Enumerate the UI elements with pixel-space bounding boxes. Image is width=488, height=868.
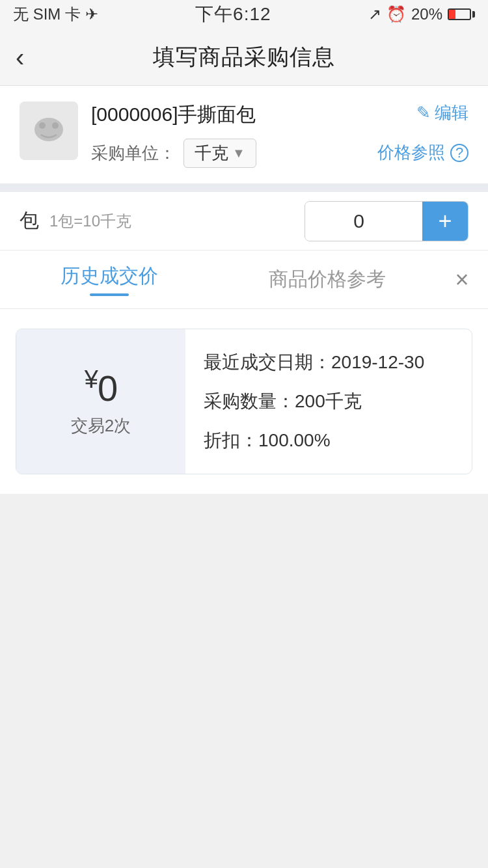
product-header: [0000006]手撕面包 采购单位： 千克 ▼ ✎ 编辑 价格参照 ?	[20, 102, 468, 168]
status-bar: 无 SIM 卡 ✈ 下午6:12 ↗ ⏰ 20%	[0, 0, 488, 29]
discount-value: 100.00%	[258, 430, 331, 450]
unit-value: 千克	[195, 142, 228, 165]
purchase-qty-label: 采购数量：	[204, 391, 295, 411]
product-info-row: [0000006]手撕面包 采购单位： 千克 ▼	[20, 102, 256, 168]
product-card: [0000006]手撕面包 采购单位： 千克 ▼ ✎ 编辑 价格参照 ?	[0, 86, 488, 184]
discount-label: 折扣：	[204, 430, 258, 450]
tab-price-ref[interactable]: 商品价格参考	[218, 251, 436, 308]
quantity-input[interactable]	[305, 202, 422, 241]
purchase-qty-value: 200千克	[295, 391, 362, 411]
product-image	[20, 102, 78, 160]
price-card: ¥0 交易2次 最近成交日期：2019-12-30 采购数量：200千克 折扣：…	[16, 329, 472, 474]
recent-date-label: 最近成交日期：	[204, 352, 331, 372]
svg-point-2	[52, 122, 59, 129]
price-ref-row: 价格参照 ?	[377, 141, 468, 164]
unit-dropdown[interactable]: 千克 ▼	[183, 139, 256, 168]
tab-price-ref-label: 商品价格参考	[269, 266, 386, 293]
edit-label: 编辑	[435, 102, 468, 124]
dropdown-arrow-icon: ▼	[232, 146, 245, 161]
page-title: 填写商品采购信息	[153, 42, 335, 72]
battery-percent: 20%	[411, 5, 442, 23]
quantity-input-wrapper: +	[305, 201, 468, 241]
tab-active-underline	[90, 293, 129, 296]
main-content	[0, 494, 488, 868]
tab-close-button[interactable]: ×	[436, 251, 488, 308]
alarm-icon: ⏰	[386, 5, 406, 23]
purchase-unit-label: 采购单位：	[91, 142, 176, 165]
price-amount: ¥0	[85, 366, 117, 409]
nav-bar: ‹ 填写商品采购信息	[0, 29, 488, 86]
purchase-qty-row: 采购数量：200千克	[204, 388, 454, 415]
battery-indicator	[448, 8, 475, 20]
status-time: 下午6:12	[195, 2, 271, 27]
edit-icon: ✎	[416, 103, 431, 123]
price-card-right: 最近成交日期：2019-12-30 采购数量：200千克 折扣：100.00%	[185, 329, 472, 474]
product-name: [0000006]手撕面包	[91, 102, 256, 128]
yen-symbol: ¥	[85, 366, 98, 393]
svg-point-1	[39, 122, 46, 129]
status-left: 无 SIM 卡 ✈	[13, 4, 98, 25]
help-icon[interactable]: ?	[450, 144, 468, 162]
back-button[interactable]: ‹	[16, 44, 24, 70]
recent-date-value: 2019-12-30	[331, 352, 424, 372]
price-ref-link[interactable]: 价格参照	[377, 141, 445, 164]
history-content: ¥0 交易2次 最近成交日期：2019-12-30 采购数量：200千克 折扣：…	[0, 309, 488, 494]
price-card-left: ¥0 交易2次	[16, 329, 185, 474]
price-value: 0	[98, 368, 117, 409]
quantity-unit: 包	[20, 208, 39, 234]
location-icon: ↗	[368, 5, 381, 23]
product-details: [0000006]手撕面包 采购单位： 千克 ▼	[91, 102, 256, 168]
quantity-plus-button[interactable]: +	[422, 202, 468, 241]
price-times: 交易2次	[71, 414, 131, 437]
sim-label: 无 SIM 卡 ✈	[13, 4, 98, 25]
product-right-actions: ✎ 编辑 价格参照 ?	[377, 102, 468, 164]
product-logo-icon	[29, 111, 68, 150]
quantity-row: 包 1包=10千克 +	[0, 192, 488, 251]
quantity-left: 包 1包=10千克	[20, 208, 131, 234]
tabs-panel: 历史成交价 商品价格参考 × ¥0 交易2次 最近成交日期：2019-12-30…	[0, 251, 488, 494]
quantity-conversion: 1包=10千克	[49, 211, 131, 232]
purchase-unit-row: 采购单位： 千克 ▼	[91, 139, 256, 168]
tab-history-label: 历史成交价	[61, 263, 158, 290]
section-divider	[0, 184, 488, 192]
status-right: ↗ ⏰ 20%	[368, 5, 475, 23]
discount-row: 折扣：100.00%	[204, 427, 454, 454]
recent-date-row: 最近成交日期：2019-12-30	[204, 349, 454, 376]
tabs-header: 历史成交价 商品价格参考 ×	[0, 251, 488, 309]
edit-button[interactable]: ✎ 编辑	[416, 102, 468, 124]
tab-history-price[interactable]: 历史成交价	[0, 251, 218, 308]
